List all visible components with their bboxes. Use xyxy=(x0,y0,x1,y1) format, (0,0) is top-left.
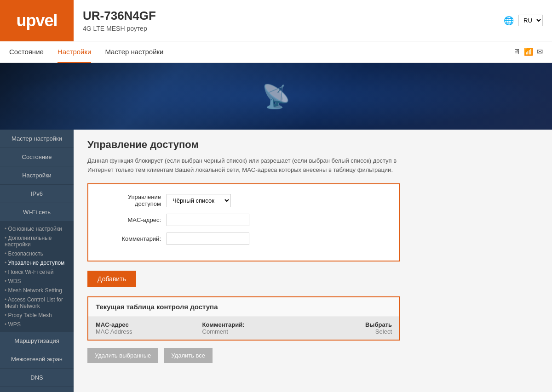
access-form-box: Управление доступом Чёрный список Белый … xyxy=(87,183,400,261)
sidebar-item-firewall[interactable]: Межсетевой экран xyxy=(0,350,74,369)
page-title: Управление доступом xyxy=(87,139,538,151)
nav-settings[interactable]: Настройки xyxy=(58,41,92,63)
wifi-submenu: Основные настройки Дополнительные настро… xyxy=(0,222,74,332)
header-right: 🌐 RU EN xyxy=(504,15,543,26)
mail-icon: ✉ xyxy=(537,47,543,56)
device-subtitle: 4G LTE MESH роутер xyxy=(83,25,504,32)
monitor-icon: 🖥 xyxy=(513,48,520,56)
nav-icons: 🖥 📶 ✉ xyxy=(513,41,543,62)
col-mac-header: MAC-адрес MAC Address xyxy=(88,317,195,340)
add-button[interactable]: Добавить xyxy=(87,271,136,287)
comment-label: Комментарий: xyxy=(102,235,167,242)
page-description: Данная функция блокирует (если выбран че… xyxy=(87,156,400,174)
language-select[interactable]: RU EN xyxy=(518,15,543,26)
access-control-label: Управление доступом xyxy=(102,193,167,207)
nav-status[interactable]: Состояние xyxy=(9,41,44,63)
delete-all-button[interactable]: Удалить все xyxy=(164,348,213,363)
delete-button-row: Удалить выбранные Удалить все xyxy=(87,348,538,363)
content-area: Управление доступом Данная функция блоки… xyxy=(74,130,552,392)
banner-wifi-icon: 📡 xyxy=(262,83,290,110)
access-table: MAC-адрес MAC Address Комментарий: Comme… xyxy=(88,317,399,340)
submenu-access[interactable]: Управление доступом xyxy=(5,258,69,267)
sidebar-item-wifi[interactable]: Wi-Fi сеть xyxy=(0,203,74,222)
sidebar-item-settings[interactable]: Настройки xyxy=(0,166,74,185)
mac-input[interactable] xyxy=(167,214,249,226)
comment-row: Комментарий: xyxy=(102,233,385,245)
comment-input[interactable] xyxy=(167,233,249,245)
logo-text: upvel xyxy=(16,11,57,30)
submenu-proxy-mesh[interactable]: Proxy Table Mesh xyxy=(5,311,69,320)
sidebar: Мастер настройки Состояние Настройки IPv… xyxy=(0,130,74,392)
access-control-select[interactable]: Чёрный список Белый список Отключено xyxy=(167,194,231,207)
sidebar-item-service[interactable]: Сервис xyxy=(0,387,74,392)
header-info: UR-736N4GF 4G LTE MESH роутер xyxy=(83,9,504,32)
submenu-wds[interactable]: WDS xyxy=(5,277,69,286)
table-title: Текущая таблица контроля доступа xyxy=(88,297,399,317)
submenu-basic[interactable]: Основные настройки xyxy=(5,224,69,233)
nav-wizard[interactable]: Мастер настройки xyxy=(105,41,163,63)
signal-icon: 📶 xyxy=(524,47,533,56)
main-nav: Состояние Настройки Мастер настройки 🖥 📶… xyxy=(0,41,552,63)
submenu-mesh-network[interactable]: Mesh Network Setting xyxy=(5,286,69,295)
sidebar-item-ipv6[interactable]: IPv6 xyxy=(0,185,74,203)
col-select-header: Выбрать Select xyxy=(313,317,399,340)
banner: 📡 xyxy=(0,63,552,130)
submenu-advanced[interactable]: Дополнительные настройки xyxy=(5,233,69,249)
access-control-row: Управление доступом Чёрный список Белый … xyxy=(102,193,385,207)
submenu-mesh-acl[interactable]: Access Control List for Mesh Network xyxy=(5,295,69,311)
table-header-row: MAC-адрес MAC Address Комментарий: Comme… xyxy=(88,317,399,340)
sidebar-item-dns[interactable]: DNS xyxy=(0,369,74,387)
mac-row: MAC-адрес: xyxy=(102,214,385,226)
sidebar-item-routing[interactable]: Маршрутизация xyxy=(0,332,74,350)
sidebar-item-state[interactable]: Состояние xyxy=(0,148,74,166)
globe-icon: 🌐 xyxy=(504,16,514,26)
logo: upvel xyxy=(0,0,74,41)
mac-label: MAC-адрес: xyxy=(102,216,167,223)
main-layout: Мастер настройки Состояние Настройки IPv… xyxy=(0,130,552,392)
delete-selected-button[interactable]: Удалить выбранные xyxy=(87,348,158,363)
access-table-box: Текущая таблица контроля доступа MAC-адр… xyxy=(87,296,400,341)
sidebar-item-wizard[interactable]: Мастер настройки xyxy=(0,130,74,148)
submenu-wps[interactable]: WPS xyxy=(5,320,69,329)
device-model: UR-736N4GF xyxy=(83,9,504,23)
submenu-scan[interactable]: Поиск Wi-Fi сетей xyxy=(5,267,69,277)
submenu-security[interactable]: Безопасность xyxy=(5,249,69,258)
col-comment-header: Комментарий: Comment xyxy=(195,317,313,340)
